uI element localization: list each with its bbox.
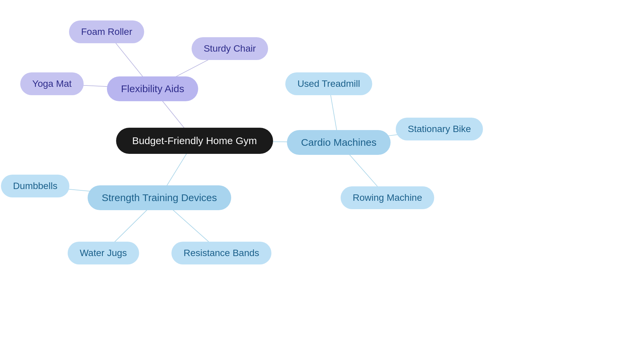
cardio-machines-node[interactable]: Cardio Machines [287, 130, 390, 155]
sturdy-chair-node[interactable]: Sturdy Chair [192, 37, 268, 60]
rowing-machine-node[interactable]: Rowing Machine [341, 186, 434, 209]
yoga-mat-node[interactable]: Yoga Mat [20, 72, 84, 95]
resistance-bands-node[interactable]: Resistance Bands [171, 242, 271, 264]
flexibility-aids-node[interactable]: Flexibility Aids [107, 76, 198, 101]
used-treadmill-node[interactable]: Used Treadmill [285, 72, 372, 95]
strength-training-node[interactable]: Strength Training Devices [88, 185, 231, 210]
center-node[interactable]: Budget-Friendly Home Gym [116, 128, 273, 154]
foam-roller-node[interactable]: Foam Roller [69, 20, 144, 43]
stationary-bike-node[interactable]: Stationary Bike [396, 118, 483, 140]
connection-lines [0, 0, 644, 363]
water-jugs-node[interactable]: Water Jugs [68, 242, 139, 264]
dumbbells-node[interactable]: Dumbbells [1, 175, 69, 197]
